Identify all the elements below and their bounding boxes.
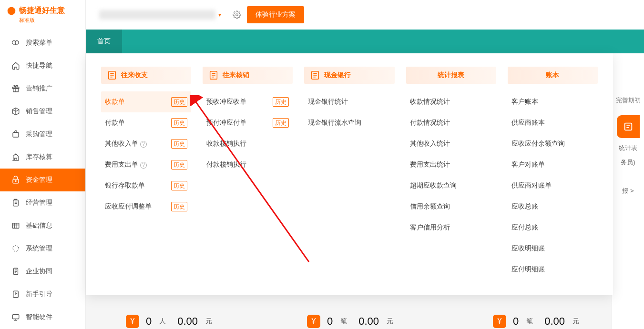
wallet-icon bbox=[11, 176, 20, 184]
mega-item-2-0[interactable]: 现金银行统计 bbox=[304, 91, 394, 112]
tab-bar: 首页 bbox=[86, 30, 644, 53]
mega-item-label: 收款情况统计 bbox=[410, 98, 450, 106]
bag-icon bbox=[11, 130, 20, 139]
sidebar-item-11[interactable]: 新手引导 bbox=[0, 283, 85, 306]
sidebar-item-0[interactable]: 搜索菜单 bbox=[0, 31, 85, 54]
sidebar-item-9[interactable]: 系统管理 bbox=[0, 237, 85, 260]
tab-home[interactable]: 首页 bbox=[86, 30, 122, 53]
mega-item-1-1[interactable]: 预付冲应付单历史 bbox=[203, 112, 293, 133]
mega-item-3-2[interactable]: 其他收入统计 bbox=[406, 133, 496, 154]
mega-item-4-4[interactable]: 供应商对账单 bbox=[508, 175, 598, 196]
home-icon bbox=[11, 61, 20, 70]
sidebar-item-label: 基础信息 bbox=[26, 221, 52, 230]
history-tag[interactable]: 历史 bbox=[171, 160, 187, 169]
mega-item-0-0[interactable]: 收款单历史 bbox=[101, 91, 191, 112]
sidebar-item-label: 库存核算 bbox=[26, 153, 52, 161]
brand-name: 畅捷通好生意 bbox=[19, 6, 65, 16]
mega-item-0-4[interactable]: 银行存取款单历史 bbox=[101, 175, 191, 196]
mega-item-3-6[interactable]: 客户信用分析 bbox=[406, 217, 496, 238]
mega-item-4-7[interactable]: 应收明细账 bbox=[508, 238, 598, 259]
sidebar-item-7[interactable]: 经营管理 bbox=[0, 191, 85, 214]
mega-item-label: 应收应付调整单 bbox=[105, 202, 152, 211]
sidebar-item-label: 搜索菜单 bbox=[26, 39, 52, 47]
sidebar-item-1[interactable]: 快捷导航 bbox=[0, 54, 85, 77]
mega-item-label: 应收应付余额查询 bbox=[511, 140, 565, 148]
history-tag[interactable]: 历史 bbox=[171, 118, 187, 128]
sidebar-item-label: 系统管理 bbox=[26, 244, 52, 253]
mega-item-3-0[interactable]: 收款情况统计 bbox=[406, 91, 496, 112]
sidebar-item-12[interactable]: 智能硬件 bbox=[0, 306, 85, 329]
mega-item-0-3[interactable]: 费用支出单?历史 bbox=[101, 154, 191, 175]
mega-item-4-8[interactable]: 应付明细账 bbox=[508, 259, 598, 280]
right-dock: 完善期初 统计表 务员) 报 > bbox=[612, 53, 644, 329]
sidebar-item-label: 采购管理 bbox=[26, 130, 52, 139]
sidebar-item-5[interactable]: 库存核算 bbox=[0, 146, 85, 169]
dock-label-3: 报 > bbox=[622, 187, 634, 195]
history-tag[interactable]: 历史 bbox=[273, 97, 289, 107]
company-name-blurred bbox=[99, 10, 215, 20]
stat-count: 0 bbox=[146, 315, 152, 328]
history-tag[interactable]: 历史 bbox=[171, 97, 187, 107]
mega-column-header: 往来核销 bbox=[203, 67, 293, 84]
mega-item-0-1[interactable]: 付款单历史 bbox=[101, 112, 191, 133]
stat-value-unit: 元 bbox=[572, 317, 579, 326]
svg-rect-12 bbox=[12, 315, 19, 319]
history-tag[interactable]: 历史 bbox=[171, 181, 187, 190]
mega-column-3: 统计报表收款情况统计付款情况统计其他收入统计费用支出统计超期应收款查询信用余额查… bbox=[406, 67, 496, 282]
sidebar-item-2[interactable]: 营销推广 bbox=[0, 77, 85, 100]
tv-icon bbox=[11, 313, 20, 321]
doc-icon bbox=[11, 267, 20, 276]
grid-icon bbox=[11, 221, 20, 230]
mega-column-header: 往来收支 bbox=[101, 67, 191, 84]
sidebar-item-8[interactable]: 基础信息 bbox=[0, 214, 85, 237]
sidebar-item-label: 企业协同 bbox=[26, 267, 52, 276]
sidebar-item-10[interactable]: 企业协同 bbox=[0, 260, 85, 283]
history-tag[interactable]: 历史 bbox=[171, 139, 187, 149]
svg-rect-14 bbox=[624, 123, 632, 130]
mega-item-0-5[interactable]: 应收应付调整单历史 bbox=[101, 196, 191, 217]
mega-column-1: 往来核销预收冲应收单历史预付冲应付单历史收款核销执行付款核销执行 bbox=[203, 67, 293, 282]
mega-item-4-5[interactable]: 应收总账 bbox=[508, 196, 598, 217]
mega-item-3-1[interactable]: 付款情况统计 bbox=[406, 112, 496, 133]
mega-item-3-3[interactable]: 费用支出统计 bbox=[406, 154, 496, 175]
nav-list: 搜索菜单快捷导航营销推广销售管理采购管理库存核算资金管理经营管理基础信息系统管理… bbox=[0, 30, 85, 329]
svg-rect-8 bbox=[12, 223, 19, 229]
mega-item-4-3[interactable]: 客户对账单 bbox=[508, 154, 598, 175]
mega-item-4-2[interactable]: 应收应付余额查询 bbox=[508, 133, 598, 154]
sidebar-item-6[interactable]: 资金管理 bbox=[0, 169, 85, 191]
industry-cta-button[interactable]: 体验行业方案 bbox=[247, 6, 304, 23]
sidebar-item-label: 销售管理 bbox=[26, 107, 52, 116]
mega-item-1-3[interactable]: 付款核销执行 bbox=[203, 154, 293, 175]
mega-column-header: 现金银行 bbox=[304, 67, 394, 84]
history-tag[interactable]: 历史 bbox=[171, 202, 187, 211]
company-selector[interactable]: ▾ bbox=[93, 6, 227, 23]
sidebar-item-label: 营销推广 bbox=[26, 84, 52, 93]
dock-action-icon[interactable] bbox=[617, 115, 640, 138]
mega-item-1-2[interactable]: 收款核销执行 bbox=[203, 133, 293, 154]
history-tag[interactable]: 历史 bbox=[273, 118, 289, 128]
mega-item-4-6[interactable]: 应付总账 bbox=[508, 217, 598, 238]
stat-value: 0.00 bbox=[358, 315, 379, 328]
mega-item-label: 供应商对账单 bbox=[511, 181, 552, 190]
mega-item-label: 现金银行统计 bbox=[308, 98, 348, 106]
mega-item-3-5[interactable]: 信用余额查询 bbox=[406, 196, 496, 217]
mega-item-label: 付款情况统计 bbox=[410, 119, 450, 127]
stat-card-2: ¥0笔0.00元 bbox=[493, 315, 579, 328]
sidebar-item-3[interactable]: 销售管理 bbox=[0, 100, 85, 123]
mega-item-4-0[interactable]: 客户账本 bbox=[508, 91, 598, 112]
mega-item-3-4[interactable]: 超期应收款查询 bbox=[406, 175, 496, 196]
sidebar-item-4[interactable]: 采购管理 bbox=[0, 123, 85, 146]
stat-count-unit: 人 bbox=[159, 317, 166, 326]
mega-item-label: 其他收入单? bbox=[105, 140, 147, 148]
mega-column-title: 现金银行 bbox=[324, 71, 351, 80]
mega-item-label: 预收冲应收单 bbox=[206, 98, 246, 106]
mega-item-label: 应收总账 bbox=[511, 202, 538, 211]
mega-item-0-2[interactable]: 其他收入单?历史 bbox=[101, 133, 191, 154]
gear-icon[interactable] bbox=[233, 10, 241, 19]
top-header: ▾ 体验行业方案 bbox=[86, 0, 644, 30]
mega-item-2-1[interactable]: 现金银行流水查询 bbox=[304, 112, 394, 133]
mega-item-label: 客户对账单 bbox=[511, 160, 545, 169]
mega-item-4-1[interactable]: 供应商账本 bbox=[508, 112, 598, 133]
mega-item-1-0[interactable]: 预收冲应收单历史 bbox=[203, 91, 293, 112]
stat-card-0: ¥0人0.00元 bbox=[126, 315, 212, 328]
